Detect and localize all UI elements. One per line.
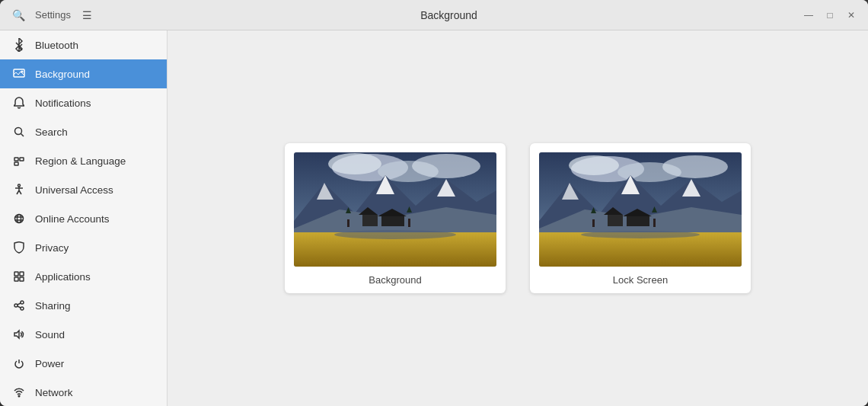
svg-point-7 [18,184,21,187]
svg-point-49 [569,155,619,175]
titlebar-center: Background [98,9,799,21]
titlebar-left: 🔍 Settings ☰ [8,5,98,26]
search-sidebar-icon [12,125,26,139]
svg-line-3 [21,134,24,137]
svg-point-2 [15,128,22,135]
svg-point-20 [21,301,24,304]
network-icon [12,385,26,399]
minimize-icon: — [804,10,813,21]
sidebar-item-universal-access[interactable]: Universal Access [0,175,167,204]
main-panel: Background [168,30,868,406]
minimize-button[interactable]: — [799,6,818,24]
universal-access-label: Universal Access [35,184,113,196]
menu-icon: ☰ [82,9,92,21]
notifications-label: Notifications [35,98,91,109]
sound-icon [12,328,26,341]
svg-rect-16 [14,272,18,276]
svg-point-21 [14,304,18,307]
sidebar-item-power[interactable]: Power [0,349,167,378]
close-button[interactable]: ✕ [842,6,860,24]
svg-rect-39 [362,215,378,226]
sharing-icon [12,299,26,312]
maximize-button[interactable]: □ [821,6,839,24]
svg-rect-4 [14,158,18,161]
sidebar-item-applications[interactable]: Applications [0,262,167,291]
svg-line-11 [19,190,21,194]
settings-window: 🔍 Settings ☰ Background — □ ✕ [0,0,868,406]
background-card[interactable]: Background [285,143,506,293]
power-label: Power [35,358,64,369]
privacy-icon [12,241,26,254]
background-label: Background [35,69,90,80]
svg-rect-61 [627,216,649,226]
sidebar-item-notifications[interactable]: Notifications [0,88,167,117]
titlebar-menu-button[interactable]: ☰ [77,5,98,26]
svg-point-13 [18,215,21,223]
maximize-icon: □ [827,10,832,21]
svg-rect-59 [608,215,623,226]
svg-rect-5 [20,158,24,161]
svg-rect-17 [20,272,24,276]
sound-label: Sound [35,329,65,340]
svg-line-10 [17,190,19,194]
lockscreen-card-image [539,152,742,267]
svg-point-1 [21,71,24,73]
sidebar-item-search[interactable]: Search [0,117,167,146]
sidebar: Bluetooth Background [0,30,168,406]
lockscreen-card[interactable]: Lock Screen [530,143,751,293]
privacy-label: Privacy [35,242,69,254]
search-label: Search [35,126,68,138]
svg-point-29 [328,153,381,174]
background-card-label: Background [369,274,421,286]
titlebar-search-button[interactable]: 🔍 [8,5,29,26]
cards-container: Background [285,143,751,293]
search-icon: 🔍 [12,9,25,21]
svg-rect-6 [14,162,18,165]
svg-point-12 [15,215,24,223]
main-content: Bluetooth Background [0,30,868,406]
window-controls: — □ ✕ [799,6,860,24]
svg-rect-41 [381,216,404,226]
svg-rect-18 [14,277,18,281]
sidebar-item-privacy[interactable]: Privacy [0,233,167,262]
network-label: Network [35,387,73,398]
settings-label: Settings [35,9,71,21]
svg-marker-25 [14,331,19,338]
svg-rect-43 [347,219,349,227]
svg-rect-45 [408,219,410,227]
sharing-label: Sharing [35,300,71,312]
applications-label: Applications [35,271,91,283]
close-icon: ✕ [847,10,855,21]
svg-rect-19 [20,277,24,281]
svg-rect-65 [653,219,656,227]
region-icon [12,154,26,168]
svg-point-26 [18,395,20,397]
notifications-icon [12,96,26,110]
sidebar-item-bluetooth[interactable]: Bluetooth [0,30,167,59]
window-title: Background [98,9,799,21]
background-icon [12,67,26,81]
svg-line-23 [18,303,21,305]
sidebar-item-sharing[interactable]: Sharing [0,291,167,320]
universal-access-icon [12,183,26,197]
svg-point-38 [334,230,456,239]
sidebar-item-region[interactable]: Region & Language [0,146,167,175]
sidebar-item-online-accounts[interactable]: Online Accounts [0,204,167,233]
online-accounts-icon [12,212,26,225]
svg-point-58 [581,231,700,238]
svg-line-24 [18,306,21,308]
sidebar-item-background[interactable]: Background [0,59,167,88]
titlebar: 🔍 Settings ☰ Background — □ ✕ [0,0,868,30]
background-card-image [294,152,496,267]
power-icon [12,356,26,370]
sidebar-item-sound[interactable]: Sound [0,320,167,349]
svg-point-51 [662,155,728,178]
sidebar-item-network[interactable]: Network [0,378,167,406]
region-label: Region & Language [35,155,126,167]
svg-rect-63 [592,219,595,227]
svg-point-31 [412,154,480,178]
online-accounts-label: Online Accounts [35,213,110,225]
applications-icon [12,270,26,283]
bluetooth-label: Bluetooth [35,40,78,51]
bluetooth-icon [12,38,26,52]
